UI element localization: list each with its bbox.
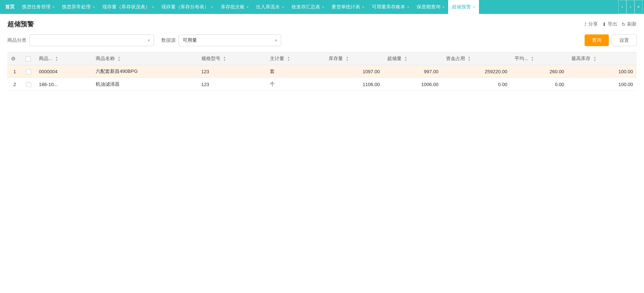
cell-stock: 1106.00 xyxy=(325,78,384,91)
nav-arrow-right[interactable]: › xyxy=(626,0,634,14)
th-settings: ⚙ xyxy=(7,52,22,65)
category-label: 商品分类 xyxy=(7,37,26,44)
datasource-value: 可用量 xyxy=(183,37,197,44)
th-stock[interactable]: 库存量 ▲▼ xyxy=(325,52,384,65)
chevron-down-icon: ▾ xyxy=(275,38,277,43)
nav-scroll-controls: ‹ › × xyxy=(618,0,643,14)
row-checkbox-cell[interactable] xyxy=(22,78,35,91)
sort-icon: ▲▼ xyxy=(55,56,58,62)
close-icon[interactable]: × xyxy=(442,5,444,9)
data-table: ⚙ 商品... ▲▼ 商品名称 ▲▼ 规格型号 ▲▼ 主计 xyxy=(7,52,637,91)
filter-buttons: 查询 设置 xyxy=(585,34,637,46)
th-capital[interactable]: 资金占用 ▲▼ xyxy=(442,52,511,65)
cell-capital: 0.00 xyxy=(442,78,511,91)
nav-demand-stat[interactable]: 要货单统计表 × xyxy=(328,0,368,14)
row-checkbox[interactable] xyxy=(26,82,31,87)
page-container: 超储预警 ⤴ 分享 ⬇ 导出 ↻ 刷新 商品分类 ▾ 数据源 xyxy=(0,14,644,97)
table-header-row: ⚙ 商品... ▲▼ 商品名称 ▲▼ 规格型号 ▲▼ 主计 xyxy=(7,52,637,65)
close-icon[interactable]: × xyxy=(282,5,284,9)
datasource-label: 数据源 xyxy=(161,37,176,44)
cell-capital: 259220.00 xyxy=(442,65,511,78)
nav-arrow-close[interactable]: × xyxy=(634,0,643,14)
cell-unit: 个 xyxy=(266,78,325,91)
chevron-down-icon: ▾ xyxy=(148,38,150,43)
th-product-name[interactable]: 商品名称 ▲▼ xyxy=(92,52,198,65)
share-icon: ⤴ xyxy=(584,22,587,27)
category-filter: 商品分类 ▾ xyxy=(7,34,154,46)
query-button[interactable]: 查询 xyxy=(585,34,609,46)
cell-max-stock: 100.00 xyxy=(568,65,637,78)
close-icon[interactable]: × xyxy=(211,5,213,9)
sort-icon: ▲▼ xyxy=(531,56,534,62)
cell-max-stock: 100.00 xyxy=(568,78,637,91)
close-icon[interactable]: × xyxy=(152,5,154,9)
cell-overstock: 997.00 xyxy=(384,65,442,78)
th-unit[interactable]: 主计量 ▲▼ xyxy=(266,52,325,65)
sort-icon: ▲▼ xyxy=(223,56,226,62)
close-icon[interactable]: × xyxy=(322,5,324,9)
settings-button[interactable]: 设置 xyxy=(612,34,637,46)
page-title-row: 超储预警 ⤴ 分享 ⬇ 导出 ↻ 刷新 xyxy=(7,20,637,29)
cell-spec: 123 xyxy=(198,65,267,78)
close-icon[interactable]: × xyxy=(52,5,55,9)
filter-row: 商品分类 ▾ 数据源 可用量 ▾ 查询 设置 xyxy=(7,34,637,46)
nav-exception[interactable]: 拣货异常处理 × xyxy=(58,0,98,14)
sort-icon: ▲▼ xyxy=(118,56,121,62)
nav-expiry[interactable]: 保质期查询 × xyxy=(413,0,448,14)
th-avg[interactable]: 平均... ▲▼ xyxy=(511,52,568,65)
row-number: 2 xyxy=(7,78,22,91)
row-checkbox[interactable] xyxy=(26,69,31,74)
nav-available-stock[interactable]: 可用量库存账本 × xyxy=(368,0,413,14)
cell-spec: 123 xyxy=(198,78,267,91)
cell-unit: 套 xyxy=(266,65,325,78)
top-navigation: 首页 拣货任务管理 × 拣货异常处理 × 现存量（库存状况表） × 现存量（库存… xyxy=(0,0,644,14)
close-icon[interactable]: × xyxy=(407,5,409,9)
cell-product-code: 186-10... xyxy=(35,78,92,91)
close-icon[interactable]: × xyxy=(246,5,249,9)
close-icon[interactable]: × xyxy=(362,5,364,9)
cell-product-name: 机油滤清器 xyxy=(92,78,198,91)
cell-product-code: 0000004 xyxy=(35,65,92,78)
datasource-filter: 数据源 可用量 ▾ xyxy=(161,34,281,46)
cell-avg: 260.00 xyxy=(511,65,568,78)
refresh-icon: ↻ xyxy=(622,22,626,27)
row-number: 1 xyxy=(7,65,22,78)
th-max-stock[interactable]: 最高库存 ▲▼ xyxy=(568,52,637,65)
nav-stock-dist[interactable]: 现存量（库存分布表） × xyxy=(158,0,217,14)
page-title: 超储预警 xyxy=(7,20,34,29)
nav-task-mgmt[interactable]: 拣货任务管理 × xyxy=(18,0,58,14)
th-checkbox[interactable] xyxy=(22,52,35,65)
th-spec[interactable]: 规格型号 ▲▼ xyxy=(198,52,267,65)
nav-summary[interactable]: 收发存汇总表 × xyxy=(288,0,328,14)
sort-icon: ▲▼ xyxy=(593,56,596,62)
gear-icon[interactable]: ⚙ xyxy=(11,56,16,62)
close-icon[interactable]: × xyxy=(473,5,475,9)
share-button[interactable]: ⤴ 分享 xyxy=(584,21,598,27)
th-overstock[interactable]: 超储量 ▲▼ xyxy=(384,52,442,65)
datasource-select[interactable]: 可用量 ▾ xyxy=(179,34,281,46)
sort-icon: ▲▼ xyxy=(346,56,349,62)
cell-product-name: 六配套新昌490BPG xyxy=(92,65,198,78)
nav-arrow-left[interactable]: ‹ xyxy=(618,0,626,14)
close-icon[interactable]: × xyxy=(92,5,95,9)
nav-stock-status[interactable]: 现存量（库存状况表） × xyxy=(99,0,158,14)
sort-icon: ▲▼ xyxy=(287,56,290,62)
title-actions: ⤴ 分享 ⬇ 导出 ↻ 刷新 xyxy=(584,21,637,27)
cell-avg: 0.00 xyxy=(511,78,568,91)
nav-home[interactable]: 首页 xyxy=(1,0,18,14)
sort-icon: ▲▼ xyxy=(404,56,407,62)
nav-batch[interactable]: 库存批次账 × xyxy=(217,0,252,14)
cell-overstock: 1006.00 xyxy=(384,78,442,91)
export-button[interactable]: ⬇ 导出 xyxy=(602,21,617,27)
th-product-code[interactable]: 商品... ▲▼ xyxy=(35,52,92,65)
cell-stock: 1097.00 xyxy=(325,65,384,78)
category-select[interactable]: ▾ xyxy=(29,34,154,46)
nav-inout-flow[interactable]: 出入库流水 × xyxy=(252,0,288,14)
select-all-checkbox[interactable] xyxy=(26,56,31,62)
export-icon: ⬇ xyxy=(602,22,606,27)
nav-overstock[interactable]: 超储预警 × xyxy=(448,0,479,14)
refresh-button[interactable]: ↻ 刷新 xyxy=(622,21,637,27)
table-row: 1 0000004 六配套新昌490BPG 123 套 1097.00 997.… xyxy=(7,65,637,78)
sort-icon: ▲▼ xyxy=(468,56,471,62)
row-checkbox-cell[interactable] xyxy=(22,65,35,78)
